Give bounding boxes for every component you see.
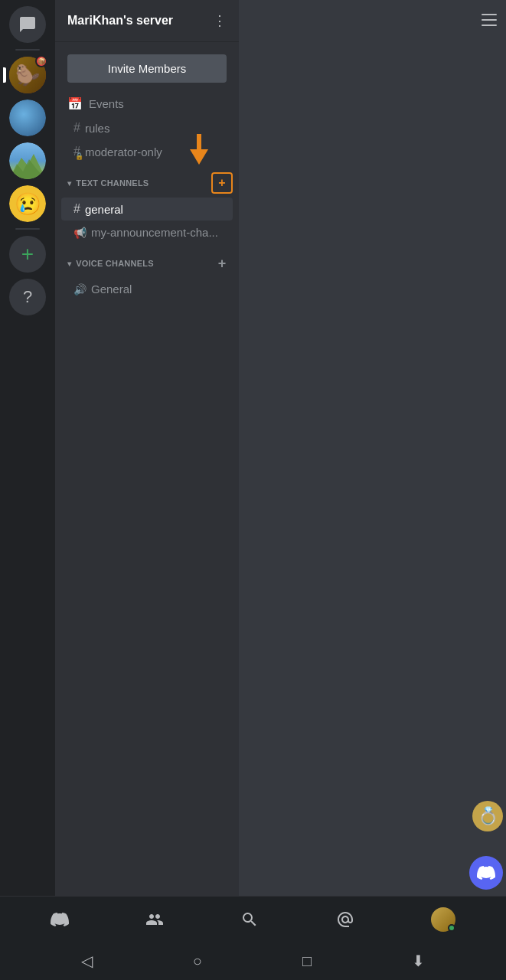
svg-rect-2 — [482, 14, 497, 15]
server-icon-2[interactable] — [9, 100, 46, 136]
server-icon-1[interactable]: 📦 🦫 — [9, 57, 46, 93]
voice-channels-section: ▾ VOICE CHANNELS + 🔊 General — [55, 250, 239, 300]
android-recents-button[interactable]: □ — [302, 952, 312, 970]
channel-name: rules — [85, 122, 110, 135]
server-name: MariKhan's server — [67, 14, 173, 28]
channel-name: my-announcement-cha... — [91, 226, 218, 239]
server-sidebar: 📦 🦫 😢 + ? — [0, 0, 55, 896]
channel-item-announcement[interactable]: 📢 my-announcement-cha... — [61, 221, 233, 243]
channel-item-general[interactable]: # general — [61, 198, 233, 220]
voice-channels-header[interactable]: ▾ VOICE CHANNELS + — [55, 250, 239, 277]
direct-messages-icon[interactable] — [9, 6, 46, 43]
user-avatar — [431, 907, 455, 932]
android-home-button[interactable]: ○ — [193, 952, 202, 970]
right-avatar-1: 💍 — [472, 801, 503, 831]
channel-item-voice-general[interactable]: 🔊 General — [61, 278, 233, 300]
nav-discord-button[interactable] — [38, 906, 81, 933]
nav-search-button[interactable] — [228, 904, 271, 935]
nav-mentions-button[interactable] — [324, 904, 367, 935]
chevron-icon-voice: ▾ — [67, 260, 71, 268]
bottom-nav — [0, 896, 506, 942]
invite-members-button[interactable]: Invite Members — [67, 54, 227, 83]
section-header-left: ▾ TEXT CHANNELS — [67, 178, 149, 188]
arrow-annotation — [190, 136, 208, 165]
events-label: Events — [89, 97, 124, 110]
server-header: MariKhan's server ⋮ — [55, 0, 239, 42]
right-panel: 💍 — [239, 0, 506, 896]
speaker-icon: 🔊 — [73, 283, 87, 296]
hash-icon: # — [73, 202, 80, 216]
section-header-left-voice: ▾ VOICE CHANNELS — [67, 259, 154, 268]
hash-lock-icon: # 🔒 — [73, 145, 80, 158]
svg-rect-3 — [482, 19, 497, 21]
android-download-button[interactable]: ⬇ — [412, 952, 425, 970]
channel-name: General — [91, 283, 132, 296]
arrow-stem — [197, 134, 201, 149]
add-server-button[interactable]: + — [9, 236, 46, 273]
channel-sidebar: MariKhan's server ⋮ Invite Members 📅 Eve… — [55, 0, 239, 896]
hamburger-menu-button[interactable] — [475, 6, 503, 36]
plus-icon: + — [218, 177, 226, 189]
server-icon-3[interactable] — [9, 142, 46, 179]
server-menu-button[interactable]: ⋮ — [213, 12, 227, 29]
plus-icon-voice: + — [218, 256, 227, 272]
text-channels-header[interactable]: ▾ TEXT CHANNELS + — [55, 169, 239, 197]
nav-friends-button[interactable] — [133, 904, 176, 935]
arrow-down — [190, 149, 208, 165]
events-item[interactable]: 📅 Events — [55, 92, 239, 116]
svg-rect-4 — [482, 24, 497, 26]
add-voice-channel-button[interactable]: + — [211, 253, 233, 274]
sidebar-separator-2 — [15, 228, 40, 230]
channel-name: general — [85, 203, 123, 216]
text-channels-section: ▾ TEXT CHANNELS + # general — [55, 169, 239, 243]
online-status-dot — [448, 924, 455, 932]
hash-icon: # — [73, 121, 80, 135]
android-back-button[interactable]: ◁ — [81, 952, 93, 970]
channel-name: moderator-only — [85, 145, 162, 158]
sidebar-separator — [15, 49, 40, 51]
chevron-icon: ▾ — [67, 179, 71, 188]
add-text-channel-button[interactable]: + — [211, 172, 233, 194]
server-icon-4[interactable]: 😢 — [9, 185, 46, 222]
right-avatar-discord — [469, 856, 503, 890]
nav-profile-button[interactable] — [419, 901, 468, 938]
android-nav-bar: ◁ ○ □ ⬇ — [0, 942, 506, 980]
text-channels-label: TEXT CHANNELS — [76, 178, 149, 188]
voice-channels-label: VOICE CHANNELS — [76, 259, 153, 268]
channel-list: Invite Members 📅 Events # rules # 🔒 mode… — [55, 42, 239, 896]
events-icon: 📅 — [67, 96, 83, 111]
help-button[interactable]: ? — [9, 279, 46, 315]
announcement-icon: 📢 — [73, 227, 87, 239]
